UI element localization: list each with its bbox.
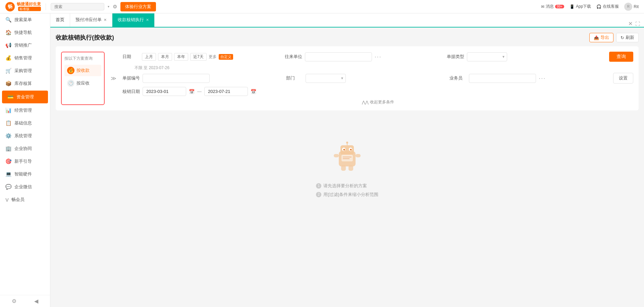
tab-receipt-offset-close[interactable]: ✕ <box>146 18 149 22</box>
refresh-label: 刷新 <box>626 35 634 41</box>
sidebar-item-ops[interactable]: 📊 经营管理 <box>0 104 50 117</box>
bill-type-select[interactable] <box>467 52 507 61</box>
sidebar-item-inventory[interactable]: 📦 库存核算 <box>0 77 50 90</box>
dept-select[interactable] <box>306 74 346 83</box>
sidebar-item-base[interactable]: 📋 基础信息 <box>0 117 50 130</box>
logo-icon: 畅 <box>5 2 15 11</box>
date-7days-button[interactable]: 近7天 <box>190 53 207 61</box>
top-search-input[interactable] <box>51 3 104 10</box>
partner-input[interactable] <box>305 52 372 61</box>
sidebar-item-sales[interactable]: 💰 销售管理 <box>0 52 50 64</box>
salesman-dots-icon[interactable]: ··· <box>539 75 546 82</box>
bill-no-input[interactable] <box>143 74 210 83</box>
hardware-icon: 💻 <box>5 171 12 177</box>
search-icon: 🔍 <box>5 17 12 23</box>
collapse-filter-button[interactable]: ≫ <box>109 52 118 105</box>
message-button[interactable]: ✉ 消息 99+ <box>541 4 564 9</box>
date-this-year-button[interactable]: 本年 <box>174 53 188 61</box>
app-download-button[interactable]: 📱 App下载 <box>570 4 591 9</box>
tab-receipt-offset[interactable]: 收款核销执行 ✕ <box>112 13 155 27</box>
top-bar: 畅 畅捷通好生意 标准版 ▾ ⚙ 体验行业方案 ✉ 消息 99+ 📱 App下载… <box>0 0 644 13</box>
close-window-icon[interactable]: ✕ <box>628 20 633 27</box>
offset-date-end-input[interactable] <box>204 87 248 96</box>
collapse-more-button[interactable]: ⋀⋀ 收起更多条件 <box>362 99 394 105</box>
query-button[interactable]: 查询 <box>609 52 633 62</box>
collapse-more-row: ⋀⋀ 收起更多条件 <box>122 99 633 105</box>
date-label: 日期 <box>122 54 139 60</box>
settings-bottom-icon[interactable]: ⚙ <box>12 298 16 304</box>
sidebar-label-marketing: 营销推广 <box>14 42 32 48</box>
bill-type-select-wrapper <box>467 52 507 61</box>
query-row-3: 核销日期 📅 — 📅 <box>122 87 633 96</box>
tab-home-label: 首页 <box>56 17 64 23</box>
filter-option-by-receipt[interactable]: 💰 按收款 <box>64 65 101 76</box>
sidebar-item-marketing[interactable]: 📢 营销推广 <box>0 39 50 52</box>
online-service-button[interactable]: 🎧 在线客服 <box>596 4 619 9</box>
tip-num-2: 2 <box>316 192 321 197</box>
date-last-month-button[interactable]: 上月 <box>142 53 156 61</box>
empty-tips: 1 请先选择要分析的方案 2 用[过滤]条件来缩小分析范围 <box>316 182 378 199</box>
sidebar-label-hardware: 智能硬件 <box>14 171 32 177</box>
message-label: 消息 <box>546 4 554 9</box>
sidebar-item-search-menu[interactable]: 🔍 搜索菜单 <box>0 13 50 26</box>
filter-sidebar: 按以下方案查询 💰 按收款 🕐 按应收 <box>61 52 105 105</box>
tab-prepay-close[interactable]: ✕ <box>104 18 107 22</box>
refresh-button[interactable]: ↻ 刷新 <box>616 33 639 42</box>
calendar-end-icon[interactable]: 📅 <box>251 89 256 94</box>
sidebar-item-system[interactable]: ⚙️ 系统管理 <box>0 130 50 142</box>
sidebar-label-quick-nav: 快捷导航 <box>14 30 32 36</box>
collapse-sidebar-icon[interactable]: ◀ <box>34 298 38 304</box>
date-custom-badge[interactable]: 自定义 <box>219 54 233 60</box>
date-range-hint: 不限 至 2023-07-26 <box>135 65 169 70</box>
tab-bar: 首页 预付冲应付单 ✕ 收款核销执行 ✕ ✕ ⛶ <box>50 13 644 28</box>
logo: 畅 畅捷通好生意 标准版 <box>5 2 41 11</box>
sidebar-item-hardware[interactable]: 💻 智能硬件 <box>0 168 50 181</box>
sidebar: 🔍 搜索菜单 🏠 快捷导航 📢 营销推广 💰 销售管理 🛒 采购管理 📦 库存核… <box>0 13 50 307</box>
filter-by-receivable-label: 按应收 <box>76 80 90 86</box>
setting-button[interactable]: 设置 <box>613 73 633 84</box>
sidebar-item-purchase[interactable]: 🛒 采购管理 <box>0 64 50 77</box>
sidebar-label-member: 畅会员 <box>11 197 24 203</box>
date-this-month-button[interactable]: 本月 <box>158 53 172 61</box>
date-dash: — <box>197 89 202 94</box>
filter-option-by-receivable[interactable]: 🕐 按应收 <box>64 78 101 89</box>
date-more-button[interactable]: 更多 <box>209 54 217 60</box>
sidebar-item-quick-nav[interactable]: 🏠 快捷导航 <box>0 26 50 39</box>
sidebar-label-guide: 新手引导 <box>14 158 32 164</box>
calendar-start-icon[interactable]: 📅 <box>189 89 195 94</box>
svg-point-5 <box>350 149 352 151</box>
svg-rect-8 <box>334 154 339 157</box>
message-badge: 99+ <box>555 5 564 8</box>
sidebar-item-wechat[interactable]: 💬 企业微信 <box>0 181 50 193</box>
offset-date-label: 核销日期 <box>122 89 140 95</box>
offset-date-field: 核销日期 📅 — 📅 <box>122 87 633 96</box>
svg-rect-12 <box>341 155 353 161</box>
tab-receipt-offset-label: 收款核销执行 <box>118 17 144 23</box>
expand-icon[interactable]: ⛶ <box>635 21 640 27</box>
tab-prepay[interactable]: 预付冲应付单 ✕ <box>70 13 112 27</box>
app-download-label: App下载 <box>576 4 591 9</box>
partner-dots-icon[interactable]: ··· <box>375 53 382 60</box>
user-profile[interactable]: R Rit <box>624 3 639 11</box>
industry-solution-button[interactable]: 体验行业方案 <box>120 2 156 11</box>
tab-home[interactable]: 首页 <box>50 13 70 27</box>
export-button[interactable]: 📤 导出 <box>589 33 613 42</box>
gear-icon[interactable]: ⚙ <box>113 4 117 10</box>
empty-tip-2-text: 用[过滤]条件来缩小分析范围 <box>323 190 378 199</box>
online-service-label: 在线客服 <box>603 4 619 9</box>
top-bar-right: ✉ 消息 99+ 📱 App下载 🎧 在线客服 R Rit <box>541 3 639 11</box>
dept-label: 部门 <box>286 75 303 81</box>
page-actions: 📤 导出 ↻ 刷新 <box>589 33 639 42</box>
message-icon: ✉ <box>541 4 544 9</box>
avatar: R <box>624 3 632 11</box>
sidebar-label-finance: 资金管理 <box>16 94 34 100</box>
tab-bar-right: ✕ ⛶ <box>624 20 644 27</box>
sidebar-item-finance[interactable]: 💳 资金管理 <box>2 91 48 103</box>
salesman-input[interactable] <box>469 74 536 83</box>
sidebar-label-ops: 经营管理 <box>14 107 32 113</box>
sidebar-item-guide[interactable]: 🎯 新手引导 <box>0 155 50 168</box>
offset-date-start-input[interactable] <box>143 87 186 96</box>
refresh-icon: ↻ <box>621 35 624 40</box>
sidebar-item-corp[interactable]: 🏢 企业协同 <box>0 142 50 155</box>
sidebar-item-member[interactable]: V 畅会员 <box>0 193 50 206</box>
